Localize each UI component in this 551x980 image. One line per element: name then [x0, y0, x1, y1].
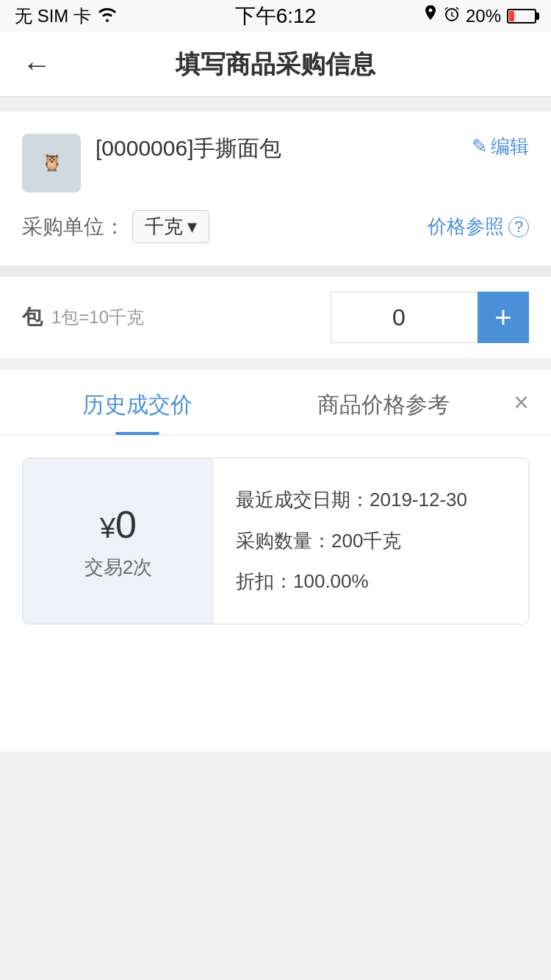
unit-dropdown[interactable]: 千克 ▾: [132, 210, 209, 243]
quantity-increment-button[interactable]: +: [478, 292, 529, 343]
location-icon: [423, 5, 438, 27]
price-ref-help-icon: ?: [508, 217, 529, 237]
product-header: 🦉 [0000006]手撕面包 ✎ 编辑: [22, 134, 529, 192]
back-button[interactable]: ←: [22, 50, 51, 79]
price-ref-button[interactable]: 价格参照 ?: [428, 214, 529, 239]
tab-section: 历史成交价 商品价格参考 × ¥0 交易2次 最近成交日期：2019-12-30…: [0, 370, 551, 752]
status-bar: 无 SIM 卡 下午6:12 20%: [0, 0, 551, 32]
quantity-row: 包 1包=10千克 +: [0, 277, 551, 358]
purchase-qty-row: 采购数量：200千克: [236, 526, 506, 557]
discount-row: 折扣：100.00%: [236, 566, 506, 597]
alarm-icon: [444, 6, 460, 26]
unit-label: 采购单位：: [22, 213, 125, 241]
product-name: [0000006]手撕面包: [96, 134, 281, 164]
edit-icon: ✎: [472, 135, 488, 158]
status-left: 无 SIM 卡: [15, 4, 118, 28]
price-detail-panel: 最近成交日期：2019-12-30 采购数量：200千克 折扣：100.00%: [214, 458, 528, 624]
tab-header: 历史成交价 商品价格参考 ×: [0, 370, 551, 436]
transaction-count: 交易2次: [84, 555, 152, 580]
pack-conversion-label: 1包=10千克: [51, 306, 144, 329]
battery-icon: [507, 9, 536, 24]
nav-bar: ← 填写商品采购信息: [0, 32, 551, 97]
status-time: 下午6:12: [235, 2, 317, 30]
tab-history-price[interactable]: 历史成交价: [15, 370, 260, 435]
sim-text: 无 SIM 卡: [15, 4, 91, 28]
dropdown-arrow-icon: ▾: [187, 215, 197, 238]
price-summary-panel: ¥0 交易2次: [23, 458, 214, 624]
product-thumbnail: 🦉: [22, 134, 81, 192]
tab-active-indicator: [115, 432, 159, 435]
edit-button[interactable]: ✎ 编辑: [472, 134, 529, 159]
currency-symbol: ¥: [100, 513, 115, 544]
quantity-input-wrap: +: [331, 292, 529, 343]
tab-close-button[interactable]: ×: [506, 375, 536, 430]
wifi-icon: [97, 6, 118, 26]
price-amount: ¥0: [100, 502, 137, 547]
product-left: 🦉 [0000006]手撕面包: [22, 134, 281, 192]
product-unit-row: 采购单位： 千克 ▾ 价格参照 ?: [22, 210, 529, 243]
battery-text: 20%: [466, 6, 501, 26]
tab-product-price-ref[interactable]: 商品价格参考: [260, 370, 505, 435]
pack-unit-icon: 包: [22, 303, 43, 331]
product-card: 🦉 [0000006]手撕面包 ✎ 编辑 采购单位： 千克 ▾ 价格参照 ?: [0, 112, 551, 265]
tab-content: ¥0 交易2次 最近成交日期：2019-12-30 采购数量：200千克 折扣：…: [0, 458, 551, 752]
page-title: 填写商品采购信息: [176, 48, 375, 82]
recent-date-row: 最近成交日期：2019-12-30: [236, 485, 506, 516]
status-right: 20%: [423, 5, 536, 27]
price-card: ¥0 交易2次 最近成交日期：2019-12-30 采购数量：200千克 折扣：…: [22, 458, 529, 624]
section-divider: [0, 265, 551, 277]
quantity-input[interactable]: [331, 292, 478, 343]
quantity-unit-label: 包 1包=10千克: [22, 303, 144, 331]
